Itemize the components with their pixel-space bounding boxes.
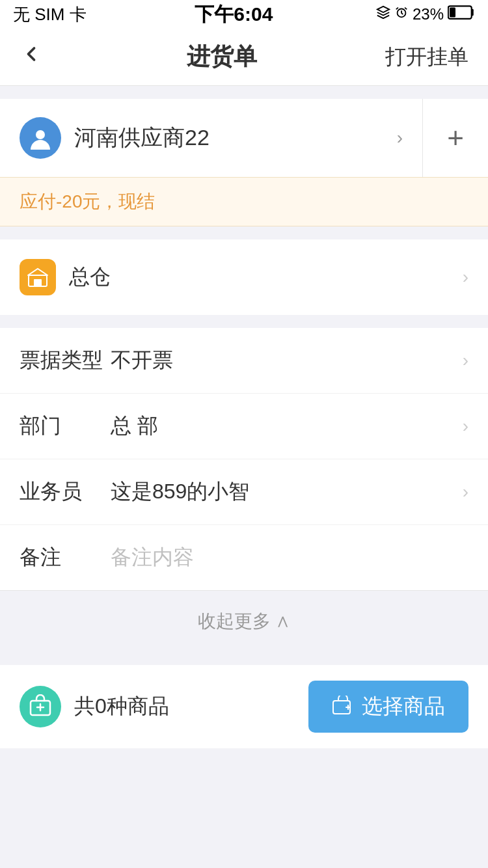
notice-text: 应付-20元，现结 [20, 191, 155, 211]
alarm-icon [394, 5, 409, 23]
add-supplier-button[interactable]: + [423, 99, 488, 177]
battery-text: 23% [413, 5, 444, 23]
supplier-section: 河南供应商22 › + [0, 99, 488, 177]
department-chevron-icon: › [463, 416, 468, 437]
collapse-bar[interactable]: 收起更多 ∧ [0, 590, 488, 652]
warehouse-chevron-icon: › [463, 267, 468, 288]
battery-icon [448, 5, 475, 23]
department-row[interactable]: 部门 总 部 › [0, 394, 488, 459]
supplier-avatar [20, 117, 61, 159]
svg-rect-6 [34, 279, 42, 286]
back-button[interactable] [20, 42, 59, 72]
remark-row[interactable]: 备注 备注内容 [0, 525, 488, 590]
product-bar: 共0种商品 选择商品 [0, 665, 488, 748]
product-count-label: 共0种商品 [74, 692, 308, 721]
carrier-text: 无 SIM 卡 [13, 3, 87, 26]
invoice-type-row[interactable]: 票据类型 不开票 › [0, 328, 488, 394]
invoice-type-label: 票据类型 [20, 346, 111, 375]
page-title: 进货单 [187, 41, 257, 73]
department-label: 部门 [20, 412, 111, 441]
salesperson-label: 业务员 [20, 478, 111, 506]
invoice-type-chevron-icon: › [463, 350, 468, 371]
warehouse-label: 总仓 [69, 263, 463, 292]
department-value: 总 部 [111, 412, 456, 441]
supplier-name: 河南供应商22 [74, 123, 390, 153]
select-product-label: 选择商品 [362, 692, 445, 721]
remark-input[interactable]: 备注内容 [111, 543, 468, 572]
content: 河南供应商22 › + 应付-20元，现结 总仓 › 票据类型 不开票 › [0, 99, 488, 748]
notice-bar: 应付-20元，现结 [0, 177, 488, 226]
status-time: 下午6:04 [195, 1, 273, 28]
warehouse-row[interactable]: 总仓 › [0, 239, 488, 315]
remark-label: 备注 [20, 543, 111, 572]
svg-rect-3 [450, 8, 455, 18]
form-section: 票据类型 不开票 › 部门 总 部 › 业务员 这是859的小智 › 备注 备注… [0, 328, 488, 590]
select-product-button[interactable]: 选择商品 [308, 681, 468, 733]
product-icon [20, 686, 61, 727]
supplier-selector[interactable]: 河南供应商22 › [0, 99, 423, 177]
open-pending-button[interactable]: 打开挂单 [385, 43, 468, 72]
salesperson-value: 这是859的小智 [111, 478, 456, 506]
salesperson-row[interactable]: 业务员 这是859的小智 › [0, 459, 488, 525]
status-right: 23% [376, 5, 475, 23]
salesperson-chevron-icon: › [463, 481, 468, 502]
location-icon [376, 5, 390, 23]
invoice-type-value: 不开票 [111, 346, 456, 375]
nav-bar: 进货单 打开挂单 [0, 29, 488, 86]
supplier-chevron-icon: › [397, 128, 403, 148]
warehouse-icon [20, 259, 56, 295]
status-bar: 无 SIM 卡 下午6:04 23% [0, 0, 488, 29]
warehouse-section: 总仓 › [0, 239, 488, 315]
svg-point-4 [36, 130, 45, 139]
status-left: 无 SIM 卡 [13, 3, 92, 26]
